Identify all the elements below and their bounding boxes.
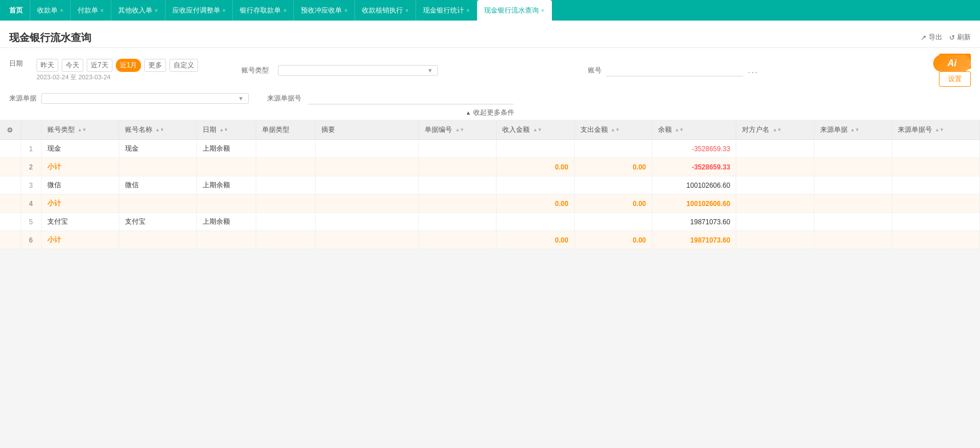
- sort-icon-balance: ▲▼: [675, 127, 684, 132]
- gear-icon[interactable]: ⚙: [7, 126, 13, 134]
- export-button[interactable]: ↗ 导出: [921, 33, 942, 42]
- sort-icon-date: ▲▼: [219, 127, 228, 132]
- sort-icon-source-doc-no: ▲▼: [935, 127, 944, 132]
- nav-tab-adjust[interactable]: 应收应付调整单 ×: [166, 0, 233, 21]
- data-table: ⚙ 账号类型 ▲▼ 账号名称 ▲▼ 日期 ▲▼ 单据类型 摘要 单: [0, 120, 980, 249]
- ai-badge[interactable]: Ai: [933, 55, 971, 72]
- sort-icon-account-type: ▲▼: [78, 127, 87, 132]
- nav-tab-receive[interactable]: 收款单 ×: [30, 0, 71, 21]
- date-btn-custom[interactable]: 自定义: [170, 59, 198, 72]
- export-label: 导出: [929, 33, 942, 42]
- date-btn-7days[interactable]: 近7天: [87, 59, 112, 72]
- table-row[interactable]: 4小计0.000.00100102606.60: [0, 195, 980, 213]
- col-expense[interactable]: 支出金额 ▲▼: [574, 120, 652, 140]
- row-expense: [574, 176, 652, 195]
- nav-tab-prepay-close[interactable]: ×: [344, 7, 348, 14]
- row-doc-type: [256, 231, 315, 249]
- col-account-name[interactable]: 账号名称 ▲▼: [119, 120, 196, 140]
- col-doc-type: 单据类型: [256, 120, 315, 140]
- row-counterpart: [736, 195, 814, 213]
- row-expense: [574, 213, 652, 231]
- col-source-doc[interactable]: 来源单据 ▲▼: [814, 120, 892, 140]
- date-btn-more[interactable]: 更多: [144, 59, 166, 72]
- row-source-doc-no: [892, 213, 979, 231]
- chevron-down-icon: ▼: [427, 67, 433, 74]
- nav-tab-bank-flow-label: 现金银行流水查询: [484, 6, 539, 15]
- sort-icon-income: ▲▼: [533, 127, 542, 132]
- nav-tab-receive-close[interactable]: ×: [60, 7, 63, 14]
- settings-button[interactable]: 设置: [939, 71, 971, 87]
- row-account-type: 支付宝: [41, 213, 119, 231]
- row-expense: 0.00: [574, 158, 652, 176]
- row-income: 0.00: [497, 158, 574, 176]
- source-doc-select[interactable]: ▼: [41, 93, 249, 104]
- table-row[interactable]: 5支付宝支付宝上期余额19871073.60: [0, 213, 980, 231]
- row-summary: [316, 195, 419, 213]
- row-doc-type: [256, 213, 315, 231]
- nav-tab-prepay[interactable]: 预收冲应收单 ×: [294, 0, 355, 21]
- nav-tab-bank-deposit-close[interactable]: ×: [283, 7, 287, 14]
- row-account-type: 微信: [41, 176, 119, 195]
- date-btn-today[interactable]: 今天: [62, 59, 83, 72]
- nav-tab-write-off[interactable]: 收款核销执行 ×: [355, 0, 416, 21]
- row-summary: [316, 213, 419, 231]
- table-row[interactable]: 2小计0.000.00-3528659.33: [0, 158, 980, 176]
- source-doc-no-label: 来源单据号: [267, 94, 304, 103]
- row-balance: 19871073.60: [652, 231, 736, 249]
- col-source-doc-no[interactable]: 来源单据号 ▲▼: [892, 120, 979, 140]
- nav-tab-other-income[interactable]: 其他收入单 ×: [111, 0, 166, 21]
- row-date: [196, 195, 256, 213]
- table-row[interactable]: 6小计0.000.0019871073.60: [0, 231, 980, 249]
- source-doc-chevron-icon: ▼: [238, 95, 244, 102]
- date-btn-1month[interactable]: 近1月: [116, 59, 142, 72]
- nav-tab-pay[interactable]: 付款单 ×: [71, 0, 111, 21]
- col-income[interactable]: 收入金额 ▲▼: [497, 120, 574, 140]
- row-doc-type: [256, 140, 315, 158]
- sort-icon-expense: ▲▼: [611, 127, 620, 132]
- col-account-type[interactable]: 账号类型 ▲▼: [41, 120, 119, 140]
- nav-tab-bank-stat-close[interactable]: ×: [466, 7, 470, 14]
- row-source-doc-no: [892, 231, 979, 249]
- row-doc-no: [419, 176, 497, 195]
- nav-tab-bank-deposit[interactable]: 银行存取款单 ×: [233, 0, 294, 21]
- row-summary: [316, 176, 419, 195]
- row-date: [196, 231, 256, 249]
- nav-tab-write-off-label: 收款核销执行: [362, 6, 403, 15]
- row-doc-no: [419, 158, 497, 176]
- account-type-select[interactable]: ▼: [278, 65, 438, 76]
- row-income: [497, 140, 574, 158]
- col-balance[interactable]: 余额 ▲▼: [652, 120, 736, 140]
- nav-tab-bank-flow[interactable]: 现金银行流水查询 ×: [477, 0, 552, 21]
- table-row[interactable]: 1现金现金上期余额-3528659.33: [0, 140, 980, 158]
- col-num: [21, 120, 41, 140]
- row-num: 4: [21, 195, 41, 213]
- row-counterpart: [736, 231, 814, 249]
- nav-tab-write-off-close[interactable]: ×: [405, 7, 409, 14]
- nav-tab-bank-flow-close[interactable]: ×: [541, 7, 545, 14]
- nav-tab-home[interactable]: 首页: [2, 0, 30, 21]
- table-row[interactable]: 3微信微信上期余额100102606.60: [0, 176, 980, 195]
- row-account-name: 现金: [119, 140, 196, 158]
- nav-tab-adjust-close[interactable]: ×: [223, 7, 226, 14]
- col-counterpart[interactable]: 对方户名 ▲▼: [736, 120, 814, 140]
- nav-tab-bank-stat[interactable]: 现金银行统计 ×: [416, 0, 477, 21]
- nav-tab-home-label: 首页: [9, 6, 23, 15]
- col-doc-no[interactable]: 单据编号 ▲▼: [419, 120, 497, 140]
- nav-tab-pay-close[interactable]: ×: [100, 7, 104, 14]
- col-date[interactable]: 日期 ▲▼: [196, 120, 256, 140]
- account-input[interactable]: [606, 64, 743, 76]
- row-num: 5: [21, 213, 41, 231]
- nav-tab-other-income-close[interactable]: ×: [155, 7, 158, 14]
- export-icon: ↗: [921, 34, 926, 42]
- refresh-button[interactable]: ↺ 刷新: [949, 33, 971, 42]
- page-header: 现金银行流水查询 ↗ 导出 ↺ 刷新: [0, 21, 980, 48]
- account-dots[interactable]: ...: [748, 65, 759, 75]
- row-summary: [316, 140, 419, 158]
- col-gear[interactable]: ⚙: [0, 120, 21, 140]
- nav-tab-other-income-label: 其他收入单: [118, 6, 152, 15]
- date-btn-yesterday[interactable]: 昨天: [37, 59, 58, 72]
- row-expense: 0.00: [574, 231, 652, 249]
- collapse-bar[interactable]: ▲ 收起更多条件: [0, 104, 980, 120]
- source-doc-no-input[interactable]: [308, 92, 514, 104]
- row-source-doc: [814, 231, 892, 249]
